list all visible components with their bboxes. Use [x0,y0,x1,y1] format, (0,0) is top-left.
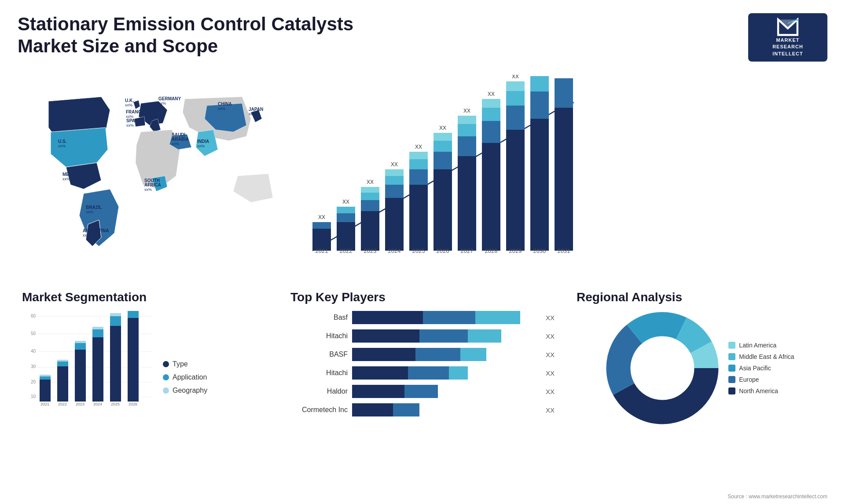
svg-rect-69 [506,91,525,106]
player-bar-haldor [352,385,539,398]
svg-rect-109 [110,316,121,326]
svg-text:2028: 2028 [485,248,498,254]
svg-text:xx%: xx% [62,177,70,181]
svg-text:2031: 2031 [558,248,570,254]
svg-point-120 [631,336,694,400]
svg-rect-77 [555,108,573,251]
legend-dot-application [163,374,169,380]
svg-rect-61 [482,143,500,251]
player-bar-hitachi2 [352,366,539,380]
player-name-hitachi1: Hitachi [290,332,348,340]
svg-text:2021: 2021 [40,402,49,406]
svg-text:2022: 2022 [58,402,67,406]
map-label-uk: U.K. [125,98,134,103]
svg-text:xx%: xx% [83,233,90,237]
svg-rect-98 [57,360,68,362]
svg-text:xx%: xx% [125,103,132,107]
player-row-basf1: Basf XX [290,311,555,324]
svg-text:2022: 2022 [340,248,353,254]
svg-text:XX: XX [367,179,374,185]
legend-text-north-america: North America [739,387,778,394]
svg-rect-46 [409,152,428,159]
growth-bar-chart: 2021 XX 2022 XX 2023 XX 2024 XX [299,75,581,277]
svg-rect-38 [385,185,404,198]
world-map-svg: CANADA xx% U.S. xx% MEXICO xx% BRAZIL xx… [22,75,295,259]
player-name-cormetech: Cormetech Inc [290,406,348,414]
legend-dot-geography [163,387,169,394]
player-name-basf1: Basf [290,314,348,321]
svg-text:2026: 2026 [129,402,137,406]
svg-text:XX: XX [318,214,325,220]
legend-label-application: Application [173,373,207,381]
players-title: Top Key Players [290,290,555,304]
regional-content: Latin America Middle East & Africa Asia … [577,311,823,425]
svg-text:30: 30 [31,364,36,369]
legend-application: Application [163,373,207,381]
player-bar-cormetech [352,403,539,416]
legend-label-type: Type [173,360,188,368]
player-row-haldor: Haldor XX [290,385,555,398]
svg-rect-39 [385,176,404,185]
svg-rect-49 [434,169,452,251]
svg-text:2021: 2021 [316,248,328,254]
player-bar-basf1 [352,311,539,324]
regional-legend: Latin America Middle East & Africa Asia … [728,342,794,394]
svg-text:XX: XX [342,199,349,205]
player-row-basf2: BASF XX [290,348,555,361]
map-label-canada: CANADA [61,110,80,115]
legend-label-geography: Geography [173,387,207,394]
legend-asia-pacific: Asia Pacific [728,365,794,372]
map-label-arabia: ARABIA [172,137,189,142]
legend-color-latin-america [728,342,735,349]
svg-rect-64 [482,99,500,108]
legend-middle-east: Middle East & Africa [728,353,794,360]
svg-rect-40 [385,169,404,176]
svg-rect-102 [75,341,86,343]
svg-text:2023: 2023 [76,402,84,406]
svg-rect-70 [506,81,525,91]
svg-rect-57 [458,124,476,136]
svg-rect-78 [555,78,573,108]
map-label-argentina: ARGENTINA [83,228,109,233]
svg-rect-74 [530,91,549,119]
svg-rect-56 [458,136,476,156]
player-name-basf2: BASF [290,351,348,358]
svg-text:60: 60 [31,314,36,318]
svg-rect-96 [57,366,68,402]
svg-text:50: 50 [31,331,36,336]
legend-latin-america: Latin America [728,342,794,349]
svg-rect-43 [409,185,428,251]
svg-text:2025: 2025 [412,248,425,254]
legend-text-middle-east: Middle East & Africa [739,353,794,360]
svg-rect-58 [458,116,476,124]
player-row-cormetech: Cormetech Inc XX [290,403,555,416]
legend-text-europe: Europe [739,376,759,383]
svg-rect-31 [361,211,379,251]
map-label-france: FRANCE [126,110,144,114]
player-xx-hitachi1: XX [546,332,555,340]
player-bar-hitachi1 [352,329,539,343]
map-label-germany: GERMANY [158,96,181,101]
svg-rect-62 [482,121,500,143]
svg-rect-44 [409,169,428,185]
player-xx-basf1: XX [546,314,555,321]
player-xx-haldor: XX [546,388,555,395]
logo-icon [775,18,801,37]
svg-text:xx%: xx% [144,187,152,192]
player-row-hitachi1: Hitachi XX [290,329,555,343]
svg-rect-63 [482,108,500,121]
svg-text:XX: XX [415,144,422,150]
world-map-section: CANADA xx% U.S. xx% MEXICO xx% BRAZIL xx… [18,70,290,281]
regional-title: Regional Analysis [577,290,823,304]
segmentation-section: Market Segmentation 60 50 40 30 20 10 [18,290,273,425]
logo-area: MARKET RESEARCH INTELLECT [748,13,827,62]
svg-rect-104 [92,337,103,402]
svg-rect-112 [128,318,139,402]
player-xx-basf2: XX [546,351,555,358]
bar-chart-section: 2021 XX 2022 XX 2023 XX 2024 XX [290,70,827,281]
svg-rect-32 [361,200,379,211]
svg-text:40: 40 [31,349,36,354]
player-name-haldor: Haldor [290,387,348,395]
map-label-spain: SPAIN [126,118,140,123]
svg-text:2024: 2024 [93,402,102,406]
